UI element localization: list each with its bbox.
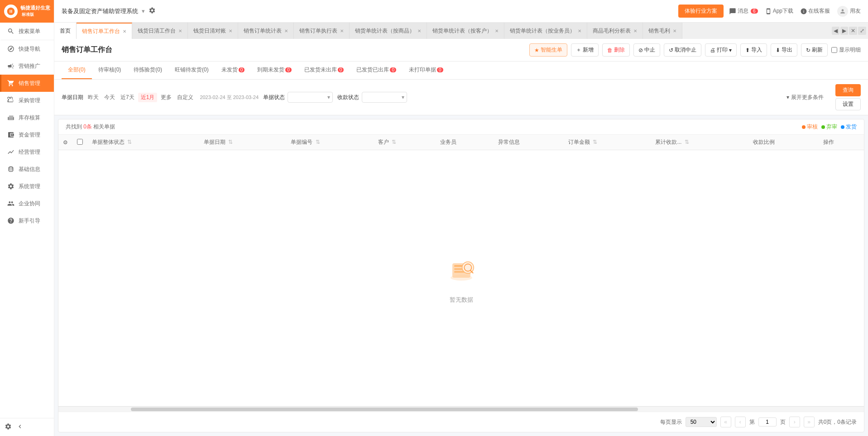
tabs-next-btn[interactable]: ▶ bbox=[840, 27, 848, 35]
print-btn[interactable]: 🖨 打印 ▾ bbox=[705, 43, 737, 57]
sidebar-item-basic[interactable]: 基础信息 bbox=[0, 161, 54, 178]
tab-cash-daily[interactable]: 钱货日清工作台 ✕ bbox=[132, 23, 188, 39]
tab-sales-margin[interactable]: 销售毛利 ✕ bbox=[643, 23, 682, 39]
page-title: 销售订单工作台 bbox=[62, 45, 112, 55]
page-input[interactable] bbox=[758, 417, 777, 427]
sidebar-item-purchase[interactable]: 采购管理 bbox=[0, 92, 54, 109]
sort-customer-icon[interactable]: ⇅ bbox=[392, 139, 396, 145]
tab-sales-stats[interactable]: 销售订单统计表 ✕ bbox=[238, 23, 294, 39]
tab-sales-staff[interactable]: 销货单统计表（按业务员） ✕ bbox=[504, 23, 587, 39]
shortcut-custom[interactable]: 自定义 bbox=[175, 93, 195, 102]
expand-filter-btn[interactable]: ▾ 展开更多条件 bbox=[786, 94, 824, 101]
tab-sales-margin-close[interactable]: ✕ bbox=[673, 28, 676, 33]
sidebar-item-sales[interactable]: 销售管理 bbox=[0, 75, 54, 92]
subtab-all[interactable]: 全部(0) bbox=[62, 62, 92, 79]
tab-sales-workbench-close[interactable]: ✕ bbox=[123, 29, 126, 34]
subtab-undelivered[interactable]: 未发货0 bbox=[215, 62, 251, 79]
tab-gross-margin-close[interactable]: ✕ bbox=[633, 28, 637, 33]
tab-sales-product-close[interactable]: ✕ bbox=[417, 28, 421, 33]
sidebar-item-guide[interactable]: 新手引导 bbox=[0, 212, 54, 229]
tab-sales-exec-close[interactable]: ✕ bbox=[340, 28, 344, 33]
shortcut-7days[interactable]: 近7天 bbox=[119, 93, 136, 102]
table-review-btn[interactable]: 审核 bbox=[802, 123, 818, 131]
first-page-btn[interactable]: « bbox=[720, 417, 731, 427]
sidebar-item-inventory[interactable]: 库存核算 bbox=[0, 109, 54, 126]
filter-payment-select[interactable] bbox=[362, 92, 407, 103]
sort-amount-icon[interactable]: ⇅ bbox=[593, 139, 597, 145]
prev-page-btn[interactable]: ‹ bbox=[735, 417, 746, 427]
tab-gross-margin[interactable]: 商品毛利分析表 ✕ bbox=[587, 23, 643, 39]
shortcut-1month[interactable]: 近1月 bbox=[138, 93, 158, 102]
subtab-delivered-not-out[interactable]: 已发货未出库0 bbox=[298, 62, 350, 79]
next-page-btn[interactable]: › bbox=[789, 417, 800, 427]
tab-cash-reconcile-close[interactable]: ✕ bbox=[229, 28, 232, 33]
subtab-not-printed[interactable]: 未打印单据0 bbox=[403, 62, 450, 79]
subtab-delivered-out[interactable]: 已发货已出库0 bbox=[350, 62, 403, 79]
topbar-settings-icon[interactable] bbox=[149, 7, 156, 15]
shortcut-today[interactable]: 今天 bbox=[102, 93, 117, 102]
sidebar-item-marketing[interactable]: 营销推广 bbox=[0, 57, 54, 75]
cancel-stop-btn[interactable]: ↺ 取消中止 bbox=[664, 43, 701, 57]
tab-cash-daily-close[interactable]: ✕ bbox=[178, 28, 182, 33]
tabs-maximize-btn[interactable]: ⤢ bbox=[858, 27, 866, 35]
sidebar-item-collab[interactable]: 企业协同 bbox=[0, 195, 54, 212]
sort-number-icon[interactable]: ⇅ bbox=[316, 139, 320, 145]
smart-gen-btn[interactable]: ★ 智能生单 bbox=[529, 43, 567, 57]
new-btn[interactable]: ＋ 新增 bbox=[571, 43, 599, 57]
tab-home[interactable]: 首页 bbox=[54, 23, 77, 39]
solution-btn[interactable]: 体验行业方案 bbox=[678, 5, 724, 18]
subtab-wangpu-deliver[interactable]: 旺铺待发货(0) bbox=[168, 62, 215, 79]
app-download-btn[interactable]: App下载 bbox=[765, 7, 793, 15]
tab-sales-product[interactable]: 销货单统计表（按商品） ✕ bbox=[350, 23, 427, 39]
table-scroll-area: ⚙ 单据整体状态 ⇅ 单据日期 ⇅ bbox=[58, 135, 864, 406]
delete-btn[interactable]: 🗑 删除 bbox=[602, 43, 630, 57]
filter-status-select[interactable] bbox=[288, 92, 333, 103]
tab-sales-staff-close[interactable]: ✕ bbox=[578, 28, 581, 33]
expand-icon: ▾ bbox=[786, 94, 789, 100]
subtab-overdue-deliver[interactable]: 到期未发货0 bbox=[251, 62, 298, 79]
tabs-prev-btn[interactable]: ◀ bbox=[832, 27, 839, 35]
message-btn[interactable]: 消息 6 bbox=[729, 7, 758, 15]
import-btn[interactable]: ⬆ 导入 bbox=[740, 43, 767, 57]
tab-sales-stats-close[interactable]: ✕ bbox=[284, 28, 288, 33]
show-detail-checkbox-label[interactable]: 显示明细 bbox=[831, 46, 861, 54]
subtab-pending-review[interactable]: 待审核(0) bbox=[92, 62, 128, 79]
sidebar-item-quicknav[interactable]: 快捷导航 bbox=[0, 40, 54, 57]
online-service-btn[interactable]: 在线客服 bbox=[801, 7, 830, 15]
horizontal-scrollbar[interactable] bbox=[58, 406, 864, 412]
tab-cash-reconcile[interactable]: 钱货日清对账 ✕ bbox=[188, 23, 238, 39]
last-page-btn[interactable]: » bbox=[804, 417, 815, 427]
page-size-select[interactable]: 50 100 200 bbox=[686, 417, 717, 427]
show-detail-checkbox[interactable] bbox=[831, 47, 837, 53]
table-deliver-btn[interactable]: 发货 bbox=[841, 123, 857, 131]
table-settings-icon[interactable]: ⚙ bbox=[63, 139, 68, 146]
sort-status-icon[interactable]: ⇅ bbox=[127, 139, 132, 145]
subtab-pending-inspect[interactable]: 待拣验货(0) bbox=[127, 62, 168, 79]
query-btn[interactable]: 查询 bbox=[835, 84, 861, 96]
sidebar-item-finance[interactable]: 资金管理 bbox=[0, 126, 54, 143]
set-btn[interactable]: 设置 bbox=[835, 98, 861, 110]
sidebar-settings-btn[interactable] bbox=[5, 423, 12, 431]
export-btn[interactable]: ⬇ 导出 bbox=[771, 43, 797, 57]
scrollbar-thumb[interactable] bbox=[131, 408, 638, 411]
shortcut-more[interactable]: 更多 bbox=[159, 93, 173, 102]
tab-sales-workbench[interactable]: 销售订单工作台 ✕ bbox=[77, 23, 132, 39]
sidebar-item-search[interactable]: 搜索菜单 bbox=[0, 23, 54, 40]
tab-sales-customer-close[interactable]: ✕ bbox=[495, 28, 499, 33]
sidebar-item-system[interactable]: 系统管理 bbox=[0, 178, 54, 195]
tab-sales-customer[interactable]: 销货单统计表（按客户） ✕ bbox=[427, 23, 504, 39]
sort-date-icon[interactable]: ⇅ bbox=[228, 139, 233, 145]
select-all-checkbox[interactable] bbox=[77, 139, 83, 145]
table-area: 共找到 0条 相关单据 审核 弃审 bbox=[58, 119, 864, 432]
sidebar-item-operations[interactable]: 经营管理 bbox=[0, 143, 54, 161]
tab-sales-exec[interactable]: 销售订单执行表 ✕ bbox=[294, 23, 350, 39]
shortcut-yesterday[interactable]: 昨天 bbox=[86, 93, 101, 102]
sidebar-collapse-btn[interactable] bbox=[16, 423, 24, 431]
user-menu[interactable]: 用友 bbox=[837, 6, 861, 17]
sort-cumulative-icon[interactable]: ⇅ bbox=[685, 139, 689, 145]
refresh-btn[interactable]: ↻ 刷新 bbox=[801, 43, 828, 57]
table-cancel-btn[interactable]: 弃审 bbox=[821, 123, 837, 131]
stop-btn[interactable]: ⊘ 中止 bbox=[633, 43, 660, 57]
system-dropdown-icon[interactable]: ▾ bbox=[142, 8, 145, 14]
tabs-close-btn[interactable]: ✕ bbox=[849, 27, 857, 35]
